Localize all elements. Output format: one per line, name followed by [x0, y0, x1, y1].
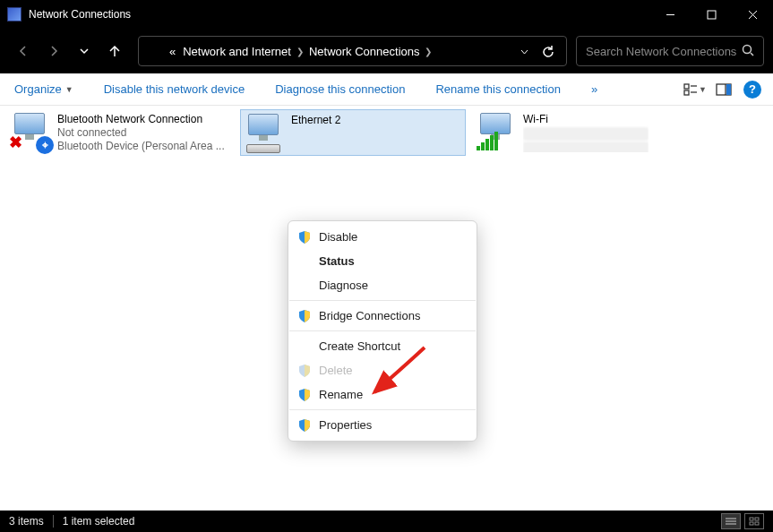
svg-rect-13 — [726, 84, 731, 95]
preview-pane-button[interactable] — [712, 78, 735, 101]
menu-label: Create Shortcut — [319, 339, 400, 353]
organize-label: Organize — [14, 82, 62, 96]
connection-icon — [243, 114, 286, 153]
chevron-right-icon[interactable]: ❯ — [425, 47, 432, 56]
svg-rect-8 — [684, 90, 689, 95]
titlebar: Network Connections — [0, 0, 773, 29]
caret-down-icon: ▼ — [65, 85, 73, 94]
context-menu: Disable Status Diagnose Bridge Connectio… — [288, 220, 477, 442]
shield-icon — [297, 230, 312, 245]
menu-item-status[interactable]: Status — [288, 249, 477, 273]
shield-icon — [297, 364, 312, 378]
svg-point-5 — [743, 45, 752, 53]
breadcrumb-prefix: « — [169, 45, 176, 58]
connection-icon — [475, 113, 518, 152]
connection-item-bluetooth[interactable]: ✖ ⌖ Bluetooth Network Connection Not con… — [7, 109, 233, 156]
connection-name: Wi-Fi — [523, 113, 648, 126]
status-bar: 3 items 1 item selected — [0, 511, 773, 532]
shield-icon — [297, 309, 312, 323]
rename-connection-button[interactable]: Rename this connection — [430, 79, 565, 99]
menu-item-disable[interactable]: Disable — [288, 225, 477, 249]
connection-item-ethernet[interactable]: Ethernet 2 — [240, 109, 466, 156]
shield-icon — [297, 388, 312, 402]
status-item-count: 3 items — [9, 515, 44, 528]
redacted-text — [523, 142, 648, 152]
menu-separator — [289, 300, 476, 301]
maximize-button[interactable] — [691, 0, 732, 29]
svg-rect-19 — [750, 522, 753, 525]
up-button[interactable] — [100, 37, 129, 65]
app-icon — [7, 7, 21, 21]
connection-status: Not connected — [57, 126, 225, 140]
svg-rect-7 — [684, 84, 689, 89]
wifi-signal-icon — [477, 132, 498, 150]
view-options-button[interactable]: ▼ — [683, 78, 707, 101]
minimize-button[interactable] — [649, 0, 691, 29]
breadcrumb-item[interactable]: Network Connections — [309, 45, 420, 58]
connection-icon: ✖ ⌖ — [9, 113, 52, 152]
search-placeholder: Search Network Connections — [586, 45, 736, 58]
window-title: Network Connections — [29, 8, 131, 21]
search-input[interactable]: Search Network Connections — [576, 36, 764, 66]
connection-item-wifi[interactable]: Wi-Fi — [473, 109, 699, 156]
menu-label: Disable — [319, 230, 357, 244]
content-pane[interactable]: ✖ ⌖ Bluetooth Network Connection Not con… — [0, 106, 773, 511]
caret-down-icon: ▼ — [699, 85, 707, 94]
switch-icon — [246, 144, 280, 153]
disable-device-button[interactable]: Disable this network device — [99, 79, 251, 99]
command-bar: Organize ▼ Disable this network device D… — [0, 73, 773, 106]
diagnose-connection-button[interactable]: Diagnose this connection — [270, 79, 410, 99]
back-button[interactable] — [9, 37, 38, 65]
connection-name: Ethernet 2 — [291, 114, 340, 127]
disconnected-icon: ✖ — [9, 133, 22, 152]
menu-separator — [289, 330, 476, 331]
menu-item-properties[interactable]: Properties — [288, 413, 477, 437]
organize-button[interactable]: Organize ▼ — [9, 79, 79, 99]
menu-item-create-shortcut[interactable]: Create Shortcut — [288, 334, 477, 358]
refresh-button[interactable] — [542, 45, 555, 58]
divider — [53, 515, 54, 528]
connection-device: Bluetooth Device (Personal Area ... — [57, 140, 225, 152]
forward-button[interactable] — [39, 37, 68, 65]
menu-label: Status — [319, 254, 355, 268]
svg-rect-17 — [750, 518, 753, 520]
search-icon — [742, 44, 754, 59]
close-button[interactable] — [732, 0, 773, 29]
icons-view-button[interactable] — [744, 513, 764, 529]
chevron-right-icon[interactable]: ❯ — [296, 47, 304, 56]
shield-icon — [297, 418, 312, 433]
connection-name: Bluetooth Network Connection — [57, 113, 225, 126]
svg-rect-1 — [708, 11, 716, 19]
redacted-text — [523, 127, 648, 141]
menu-label: Diagnose — [319, 279, 368, 292]
menu-item-rename[interactable]: Rename — [288, 382, 477, 407]
svg-rect-20 — [755, 522, 759, 525]
bluetooth-icon: ⌖ — [36, 136, 54, 154]
status-selected-count: 1 item selected — [63, 515, 135, 528]
svg-rect-18 — [755, 518, 759, 520]
breadcrumb-item[interactable]: Network and Internet — [183, 45, 291, 58]
menu-label: Bridge Connections — [319, 309, 420, 322]
navigation-bar: « Network and Internet ❯ Network Connect… — [0, 29, 773, 73]
chevron-down-icon[interactable] — [520, 47, 529, 56]
menu-item-delete: Delete — [288, 358, 477, 382]
menu-label: Rename — [319, 388, 363, 401]
help-button[interactable]: ? — [741, 78, 764, 101]
address-bar[interactable]: « Network and Internet ❯ Network Connect… — [138, 36, 567, 66]
location-icon — [146, 44, 160, 58]
menu-item-bridge[interactable]: Bridge Connections — [288, 304, 477, 328]
svg-line-6 — [751, 53, 753, 56]
details-view-button[interactable] — [721, 513, 741, 529]
menu-item-diagnose[interactable]: Diagnose — [288, 273, 477, 297]
menu-label: Delete — [319, 364, 353, 377]
menu-separator — [289, 409, 476, 410]
overflow-button[interactable]: » — [586, 79, 603, 99]
menu-label: Properties — [319, 418, 372, 432]
recent-button[interactable] — [70, 37, 99, 65]
